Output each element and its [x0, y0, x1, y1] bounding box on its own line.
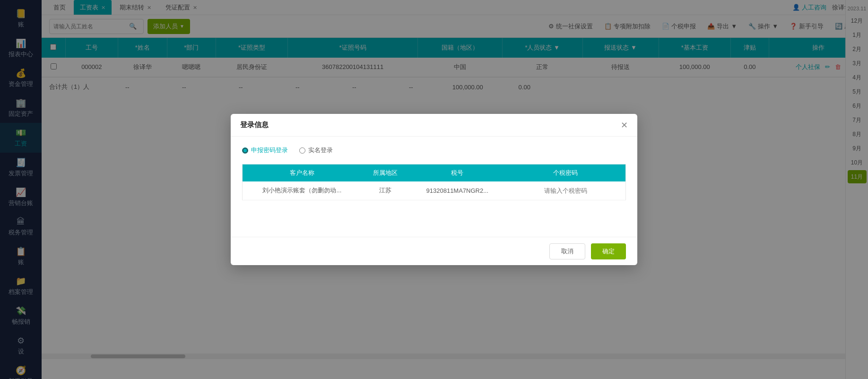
- dialog-title: 登录信息: [240, 121, 269, 129]
- cell-tax-password[interactable]: [506, 181, 626, 200]
- cell-region: 江苏: [362, 181, 409, 200]
- radio-group: 申报密码登录 实名登录: [242, 146, 626, 155]
- inner-col-taxno: 税号: [409, 164, 506, 181]
- dialog-header: 登录信息 ✕: [231, 114, 637, 137]
- tax-password-input[interactable]: [512, 187, 620, 194]
- dialog-close-button[interactable]: ✕: [621, 120, 628, 130]
- inner-col-client: 客户名称: [243, 164, 362, 181]
- radio-realname-input[interactable]: [299, 147, 305, 154]
- cancel-button[interactable]: 取消: [549, 243, 585, 259]
- confirm-button[interactable]: 确定: [591, 243, 626, 259]
- modal-overlay: 登录信息 ✕ 申报密码登录 实名登录 客户名称: [0, 0, 868, 379]
- dialog-body: 申报密码登录 实名登录 客户名称 所属地区 税号 个税密码: [231, 137, 637, 237]
- radio-realname-login[interactable]: 实名登录: [299, 146, 333, 155]
- radio-password-input[interactable]: [242, 147, 248, 154]
- login-dialog: 登录信息 ✕ 申报密码登录 实名登录 客户名称: [231, 114, 637, 265]
- cell-tax-no: 91320811MA7NGR2...: [409, 181, 506, 200]
- inner-col-password: 个税密码: [506, 164, 626, 181]
- radio-password-login[interactable]: 申报密码登录: [242, 146, 288, 155]
- dialog-footer: 取消 确定: [231, 237, 637, 265]
- login-table-row: 刘小艳演示账套（勿删勿动... 江苏 91320811MA7NGR2...: [243, 181, 626, 200]
- login-info-table: 客户名称 所属地区 税号 个税密码 刘小艳演示账套（勿删勿动... 江苏 913…: [242, 164, 626, 200]
- cell-client-name: 刘小艳演示账套（勿删勿动...: [243, 181, 362, 200]
- inner-col-region: 所属地区: [362, 164, 409, 181]
